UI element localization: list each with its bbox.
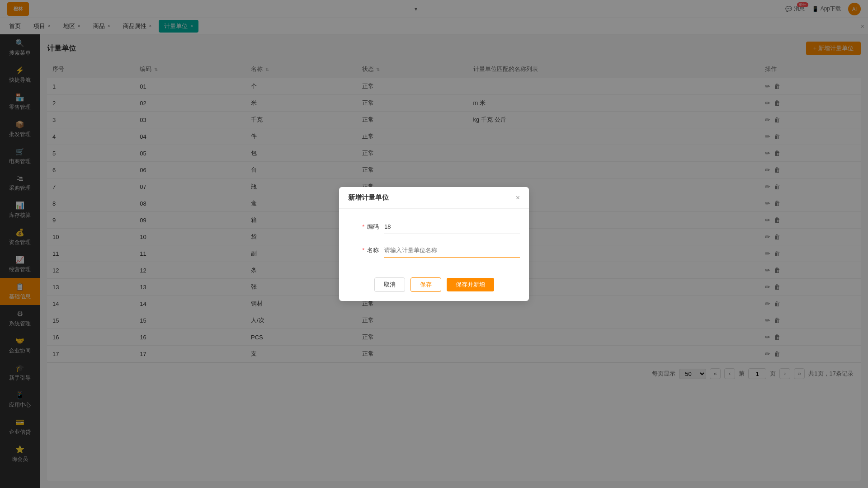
- modal-overlay[interactable]: 新增计量单位 × * 编码 * 名称 取消 保存 保存并新增: [0, 0, 868, 488]
- modal-footer: 取消 保存 保存并新增: [339, 274, 529, 301]
- code-input[interactable]: [384, 220, 520, 234]
- save-and-new-button[interactable]: 保存并新增: [447, 278, 494, 291]
- code-required-mark: *: [362, 223, 364, 230]
- code-label: * 编码: [348, 223, 384, 231]
- name-form-row: * 名称: [348, 243, 520, 258]
- modal-header: 新增计量单位 ×: [339, 187, 529, 209]
- modal-body: * 编码 * 名称: [339, 209, 529, 274]
- modal-title: 新增计量单位: [348, 193, 389, 202]
- code-form-row: * 编码: [348, 220, 520, 234]
- save-button[interactable]: 保存: [410, 277, 441, 292]
- modal-close-button[interactable]: ×: [516, 194, 520, 202]
- name-label: * 名称: [348, 246, 384, 254]
- add-unit-modal: 新增计量单位 × * 编码 * 名称 取消 保存 保存并新增: [339, 187, 529, 301]
- cancel-button[interactable]: 取消: [374, 277, 405, 292]
- name-required-mark: *: [362, 247, 364, 253]
- name-input[interactable]: [384, 243, 520, 258]
